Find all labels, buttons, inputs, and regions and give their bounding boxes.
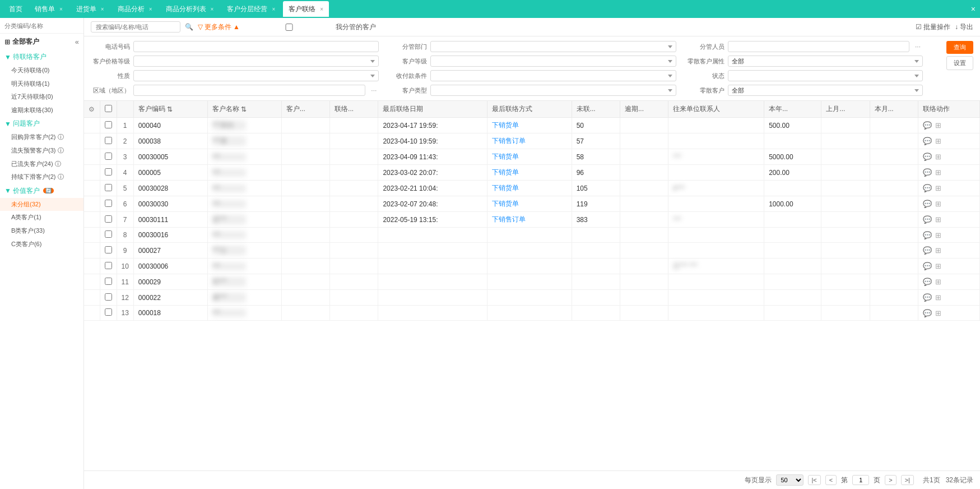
grid-action-icon[interactable]: ⊞ — [935, 246, 941, 255]
price-level-select[interactable] — [133, 56, 379, 67]
sidebar-search-input[interactable] — [4, 22, 82, 29]
last-date-col-header[interactable]: 最后联络日期 — [378, 101, 487, 118]
section-problem-customers[interactable]: ▼ 问题客户 — [0, 117, 83, 131]
chat-icon[interactable]: 💬 — [923, 246, 932, 255]
sidebar-item-declining[interactable]: 持续下滑客户(2) ⓘ — [0, 170, 83, 184]
status-select[interactable] — [728, 70, 923, 81]
chat-icon[interactable]: 💬 — [923, 153, 932, 161]
row-checkbox[interactable] — [105, 230, 112, 238]
row-last-method-link[interactable]: 下销货单 — [492, 184, 519, 192]
select-all-checkbox[interactable] — [105, 105, 112, 112]
row-checkbox[interactable] — [105, 184, 112, 191]
grid-action-icon[interactable]: ⊞ — [935, 278, 941, 286]
grid-action-icon[interactable]: ⊞ — [935, 153, 941, 161]
settings-col-header[interactable]: ⚙ — [84, 101, 100, 118]
grid-action-icon[interactable]: ⊞ — [935, 262, 941, 270]
row-checkbox[interactable] — [105, 153, 112, 160]
sidebar-item-abnormal[interactable]: 回购异常客户(2) ⓘ — [0, 131, 83, 144]
contact-col-header[interactable]: 联络... — [330, 101, 378, 118]
grid-action-icon[interactable]: ⊞ — [935, 121, 941, 130]
region-input[interactable] — [133, 85, 365, 96]
reset-button[interactable]: 设置 — [946, 56, 973, 70]
sidebar-item-class-a[interactable]: A类客户(1) — [0, 211, 83, 224]
sidebar-all-customers[interactable]: ⊞ 全部客户 « — [0, 34, 83, 50]
main-close-button[interactable]: × — [971, 4, 976, 13]
row-checkbox[interactable] — [105, 262, 112, 269]
row-checkbox[interactable] — [105, 200, 112, 207]
close-product-analysis-list-tab[interactable]: × — [211, 6, 214, 12]
tab-product-analysis[interactable]: 商品分析 × — [112, 1, 158, 17]
tab-purchase[interactable]: 进货单 × — [71, 1, 110, 17]
row-checkbox[interactable] — [105, 121, 112, 128]
nature-select[interactable] — [133, 70, 379, 81]
grid-action-icon[interactable]: ⊞ — [935, 184, 941, 192]
first-page-btn[interactable]: |< — [808, 475, 821, 485]
row-last-method-link[interactable]: 下销售订单 — [492, 215, 526, 223]
manager-more-btn[interactable]: ··· — [913, 43, 923, 50]
no-contact-col-header[interactable]: 未联... — [572, 101, 620, 118]
last-page-btn[interactable]: >| — [901, 475, 914, 485]
sidebar-item-overdue[interactable]: 逾期未联络(30) — [0, 104, 83, 117]
section-pending-contact[interactable]: ▼ 待联络客户 — [0, 50, 83, 64]
next-page-btn[interactable]: > — [885, 475, 896, 485]
chat-icon[interactable]: 💬 — [923, 278, 932, 286]
manager-input[interactable] — [728, 41, 909, 52]
close-product-analysis-tab[interactable]: × — [149, 6, 152, 12]
chat-icon[interactable]: 💬 — [923, 215, 932, 224]
chat-icon[interactable]: 💬 — [923, 121, 932, 130]
chat-icon[interactable]: 💬 — [923, 137, 932, 145]
last-month-col-header[interactable]: 上月... — [821, 101, 870, 118]
grid-action-icon[interactable]: ⊞ — [935, 231, 941, 239]
customer-level-select[interactable] — [430, 56, 676, 67]
row-last-method-link[interactable]: 下销货单 — [492, 121, 519, 129]
chat-icon[interactable]: 💬 — [923, 184, 932, 192]
chat-icon[interactable]: 💬 — [923, 168, 932, 177]
close-customer-segmentation-tab[interactable]: × — [272, 6, 275, 12]
my-customers-checkbox[interactable] — [244, 24, 334, 31]
grid-action-icon[interactable]: ⊞ — [935, 137, 941, 145]
this-year-col-header[interactable]: 本年... — [764, 101, 821, 118]
sidebar-item-tomorrow[interactable]: 明天待联络(1) — [0, 77, 83, 91]
row-checkbox[interactable] — [105, 215, 112, 223]
tab-customer-segmentation[interactable]: 客户分层经营 × — [221, 1, 281, 17]
export-btn[interactable]: ↓ 导出 — [955, 22, 973, 32]
type-col-header[interactable]: 客户... — [281, 101, 329, 118]
chat-icon[interactable]: 💬 — [923, 309, 932, 317]
chat-icon[interactable]: 💬 — [923, 200, 932, 208]
close-purchase-tab[interactable]: × — [101, 6, 104, 12]
search-icon[interactable]: 🔍 — [185, 23, 193, 31]
grid-action-icon[interactable]: ⊞ — [935, 200, 941, 208]
row-last-method-link[interactable]: 下销货单 — [492, 168, 519, 176]
last-method-col-header[interactable]: 最后联络方式 — [487, 101, 572, 118]
more-conditions-btn[interactable]: ▽ 更多条件 ▲ — [198, 22, 240, 32]
row-checkbox[interactable] — [105, 278, 112, 285]
retail-attr-select[interactable]: 全部 — [728, 56, 923, 67]
sidebar-item-churned[interactable]: 已流失客户(24) ⓘ — [0, 158, 83, 171]
sidebar-item-churn-warning[interactable]: 流失预警客户(3) ⓘ — [0, 144, 83, 158]
section-value-customers[interactable]: ▼ 价值客户 🔄 — [0, 184, 83, 198]
row-last-method-link[interactable]: 下销售订单 — [492, 137, 526, 145]
page-size-select[interactable]: 50 100 200 — [776, 474, 803, 486]
sidebar-item-unclassified[interactable]: 未分组(32) — [0, 198, 83, 211]
chat-icon[interactable]: 💬 — [923, 231, 932, 239]
grid-action-icon[interactable]: ⊞ — [935, 293, 941, 302]
chat-icon[interactable]: 💬 — [923, 262, 932, 270]
prev-page-btn[interactable]: < — [825, 475, 837, 485]
grid-action-icon[interactable]: ⊞ — [935, 215, 941, 224]
tab-product-analysis-list[interactable]: 商品分析列表 × — [160, 1, 220, 17]
row-last-method-link[interactable]: 下销货单 — [492, 153, 519, 160]
tab-sales[interactable]: 销售单 × — [29, 1, 68, 17]
code-col-header[interactable]: 客户编码⇅ — [133, 101, 207, 118]
sidebar-item-class-b[interactable]: B类客户(33) — [0, 224, 83, 238]
close-sales-tab[interactable]: × — [59, 6, 63, 12]
sidebar-item-7days[interactable]: 近7天待联络(0) — [0, 90, 83, 104]
grid-action-icon[interactable]: ⊞ — [935, 168, 941, 177]
sidebar-item-today[interactable]: 今天待联络(0) — [0, 64, 83, 77]
row-checkbox[interactable] — [105, 168, 112, 176]
nav-home[interactable]: 首页 — [4, 4, 27, 14]
sidebar-item-class-c[interactable]: C类客户(6) — [0, 238, 83, 251]
name-col-header[interactable]: 客户名称⇅ — [207, 101, 281, 118]
query-button[interactable]: 查询 — [946, 41, 973, 54]
close-customer-contact-tab[interactable]: × — [320, 6, 323, 12]
page-number-input[interactable] — [852, 475, 869, 485]
